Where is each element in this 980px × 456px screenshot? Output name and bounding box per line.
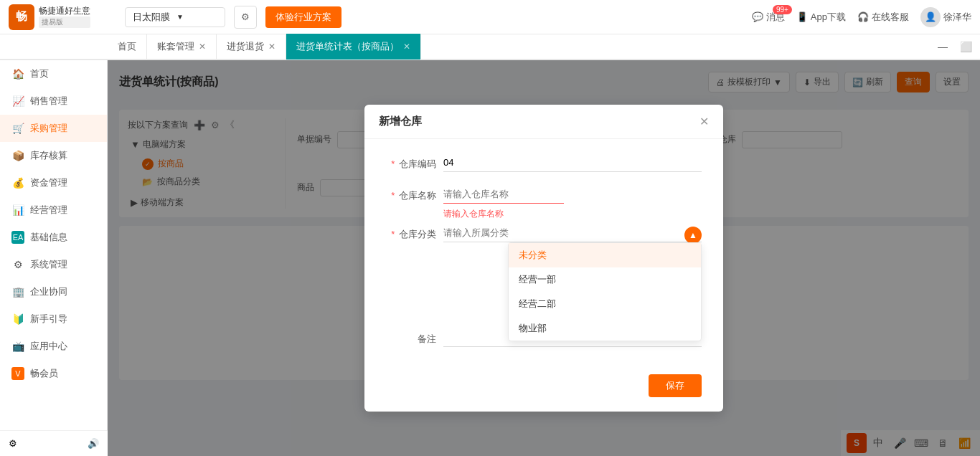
sidebar-item-apps[interactable]: 📺 应用中心 — [0, 333, 107, 360]
sidebar-item-inventory[interactable]: 📦 库存核算 — [0, 142, 107, 169]
modal-overlay: 新增仓库 ✕ * 仓库编码 * — [108, 60, 980, 456]
dropdown-item-property[interactable]: 物业部 — [509, 316, 701, 341]
sidebar-purchase-label: 采购管理 — [30, 122, 67, 135]
messages-button[interactable]: 💬 消息 99+ — [752, 11, 785, 24]
warehouse-code-input[interactable] — [443, 153, 702, 172]
sidebar-item-system[interactable]: ⚙ 系统管理 — [0, 251, 107, 278]
online-service-button[interactable]: 🎧 在线客服 — [857, 11, 909, 24]
store-selector[interactable]: 日太阳膜 ▼ — [125, 7, 225, 27]
sidebar-item-finance[interactable]: 💰 资金管理 — [0, 169, 107, 196]
tab-account[interactable]: 账套管理 ✕ — [147, 34, 217, 60]
headset-icon: 🎧 — [857, 11, 869, 22]
sidebar-item-guide[interactable]: 🔰 新手引导 — [0, 305, 107, 333]
content-area: 进货单统计(按商品) 🖨 按模板打印 ▼ ⬇ 导出 🔄 刷新 查询 — [108, 60, 980, 456]
trial-button[interactable]: 体验行业方案 — [265, 6, 341, 28]
sidebar-item-home[interactable]: 🏠 首页 — [0, 60, 107, 87]
basic-icon: EA — [11, 231, 24, 244]
tab-purchase-stats-close[interactable]: ✕ — [403, 42, 410, 52]
dropdown-item-dept2[interactable]: 经营二部 — [509, 292, 701, 316]
tab-minimize-button[interactable]: — — [934, 38, 951, 55]
tab-bar-right: — ⬜ — [934, 38, 980, 55]
save-button[interactable]: 保存 — [649, 374, 702, 397]
sidebar-item-basic[interactable]: EA 基础信息 — [0, 224, 107, 251]
user-menu-button[interactable]: 👤 徐泽华 — [920, 7, 971, 27]
sidebar-footer: ⚙ 🔊 — [0, 430, 108, 456]
tab-account-label: 账套管理 — [157, 40, 194, 53]
system-icon: ⚙ — [11, 258, 24, 271]
sidebar-item-sales[interactable]: 📈 销售管理 — [0, 87, 107, 115]
name-label: * 仓库名称 — [386, 185, 443, 202]
modal-header: 新增仓库 ✕ — [364, 105, 723, 139]
form-row-name: * 仓库名称 请输入仓库名称 — [386, 185, 702, 204]
category-toggle-button[interactable]: ▲ — [684, 227, 702, 244]
modal-close-button[interactable]: ✕ — [699, 115, 709, 128]
tab-purchase-return[interactable]: 进货退货 ✕ — [217, 34, 286, 60]
tab-purchase-return-label: 进货退货 — [227, 40, 264, 53]
tab-home-label: 首页 — [118, 40, 136, 53]
tab-purchase-stats[interactable]: 进货单统计表（按商品） ✕ — [286, 34, 421, 60]
message-icon: 💬 — [752, 11, 763, 22]
sidebar-item-enterprise[interactable]: 🏢 企业协同 — [0, 278, 107, 305]
store-name: 日太阳膜 — [133, 11, 174, 24]
main-layout: 🏠 首页 📈 销售管理 🛒 采购管理 📦 库存核算 💰 资金管理 📊 经营管理 … — [0, 60, 980, 456]
sidebar-home-label: 首页 — [30, 67, 49, 80]
guide-icon: 🔰 — [11, 313, 24, 326]
phone-icon: 📱 — [796, 11, 808, 22]
sidebar-operation-label: 经营管理 — [30, 204, 67, 217]
name-error-message: 请输入仓库名称 — [443, 208, 504, 215]
dropdown-item-dept1[interactable]: 经营一部 — [509, 267, 701, 292]
settings-button[interactable]: ⚙ — [234, 6, 257, 29]
purchase-icon: 🛒 — [11, 122, 24, 135]
sales-icon: 📈 — [11, 95, 24, 108]
inventory-icon: 📦 — [11, 149, 24, 162]
category-wrapper: ▲ 未分类 经营一部 经营二部 物业部 — [443, 224, 702, 242]
tab-home[interactable]: 首页 — [108, 34, 147, 60]
top-bar: 畅 畅捷通好生意 捷易版 日太阳膜 ▼ ⚙ 体验行业方案 💬 消息 99+ 📱 … — [0, 0, 980, 34]
logo-area: 畅 畅捷通好生意 捷易版 — [9, 4, 116, 30]
apps-icon: 📺 — [11, 340, 24, 353]
notification-badge: 99+ — [773, 5, 792, 14]
form-row-category: * 仓库分类 ▲ 未分类 经营一部 经营二部 物业部 — [386, 224, 702, 242]
home-icon: 🏠 — [11, 67, 24, 80]
member-icon: V — [11, 367, 24, 380]
sidebar-finance-label: 资金管理 — [30, 176, 67, 189]
warehouse-name-input[interactable] — [443, 185, 564, 204]
tab-purchase-return-close[interactable]: ✕ — [268, 42, 275, 52]
sidebar-item-operation[interactable]: 📊 经营管理 — [0, 196, 107, 224]
note-label: 备注 — [386, 328, 443, 346]
dropdown-item-unclassified[interactable]: 未分类 — [509, 243, 701, 267]
sidebar-item-member[interactable]: V 畅会员 — [0, 360, 107, 387]
sidebar-basic-label: 基础信息 — [30, 231, 67, 244]
sidebar-footer-left-icon[interactable]: ⚙ — [9, 438, 17, 449]
sidebar-enterprise-label: 企业协同 — [30, 285, 67, 298]
required-star-code: * — [391, 158, 395, 169]
sidebar-sales-label: 销售管理 — [30, 95, 67, 108]
category-label: * 仓库分类 — [386, 224, 443, 241]
modal-body: * 仓库编码 * 仓库名称 请输入仓库名称 — [364, 139, 723, 374]
tab-bar: 首页 账套管理 ✕ 进货退货 ✕ 进货单统计表（按商品） ✕ — ⬜ — [0, 34, 980, 60]
app-download-button[interactable]: 📱 App下载 — [796, 11, 846, 24]
sidebar-apps-label: 应用中心 — [30, 340, 67, 353]
sidebar-item-purchase[interactable]: 🛒 采购管理 — [0, 115, 107, 142]
new-warehouse-modal: 新增仓库 ✕ * 仓库编码 * — [364, 105, 723, 412]
required-star-category: * — [391, 229, 395, 239]
sidebar-system-label: 系统管理 — [30, 258, 67, 271]
tab-account-close[interactable]: ✕ — [199, 42, 206, 52]
logo-title: 畅捷通好生意 — [39, 6, 90, 17]
required-star-name: * — [391, 190, 395, 201]
code-label: * 仓库编码 — [386, 153, 443, 171]
sidebar-guide-label: 新手引导 — [30, 313, 67, 326]
modal-footer: 保存 — [364, 374, 723, 397]
enterprise-icon: 🏢 — [11, 285, 24, 298]
category-dropdown-list: 未分类 经营一部 经营二部 物业部 — [508, 242, 702, 341]
sidebar: 🏠 首页 📈 销售管理 🛒 采购管理 📦 库存核算 💰 资金管理 📊 经营管理 … — [0, 60, 108, 456]
logo-icon: 畅 — [9, 4, 34, 30]
category-input[interactable] — [443, 224, 702, 242]
form-row-code: * 仓库编码 — [386, 153, 702, 172]
tab-purchase-stats-label: 进货单统计表（按商品） — [296, 40, 399, 53]
tab-expand-button[interactable]: ⬜ — [957, 38, 974, 55]
sidebar-footer-right-icon[interactable]: 🔊 — [88, 438, 99, 449]
logo-badge: 捷易版 — [39, 16, 90, 28]
avatar: 👤 — [920, 7, 941, 27]
sidebar-inventory-label: 库存核算 — [30, 149, 67, 162]
